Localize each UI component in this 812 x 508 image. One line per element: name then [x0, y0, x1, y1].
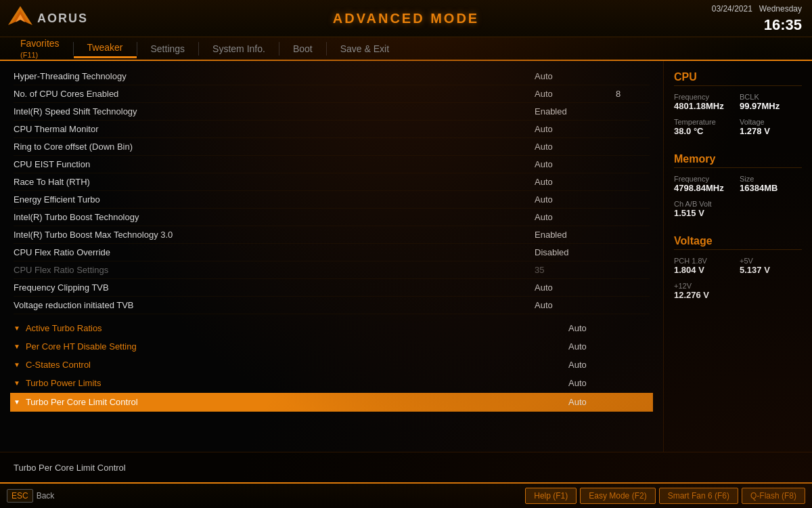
background-overlay — [0, 0, 812, 508]
main-container: AORUS ADVANCED MODE 03/24/2021 Wednesday… — [0, 0, 812, 508]
tab-settings[interactable]: Settings — [137, 40, 199, 58]
aorus-logo-icon — [7, 5, 34, 32]
tab-favorites[interactable]: Favorites (F11) — [7, 35, 73, 63]
tab-tweaker[interactable]: Tweaker — [74, 39, 137, 58]
weekday-value: Wednesday — [759, 4, 802, 14]
datetime-area: 03/24/2021 Wednesday 16:35 — [712, 3, 802, 36]
logo-text: AORUS — [37, 12, 88, 26]
date-display: 03/24/2021 Wednesday — [712, 3, 802, 15]
tab-boot[interactable]: Boot — [279, 40, 326, 58]
header: AORUS ADVANCED MODE 03/24/2021 Wednesday… — [0, 0, 812, 37]
title-area: ADVANCED MODE — [333, 11, 479, 26]
date-value: 03/24/2021 — [712, 4, 752, 14]
logo-area: AORUS — [7, 5, 88, 32]
page-title: ADVANCED MODE — [333, 11, 479, 26]
tab-saveexit[interactable]: Save & Exit — [327, 40, 403, 58]
time-display: 16:35 — [712, 15, 802, 36]
tab-sysinfo[interactable]: System Info. — [199, 40, 279, 58]
